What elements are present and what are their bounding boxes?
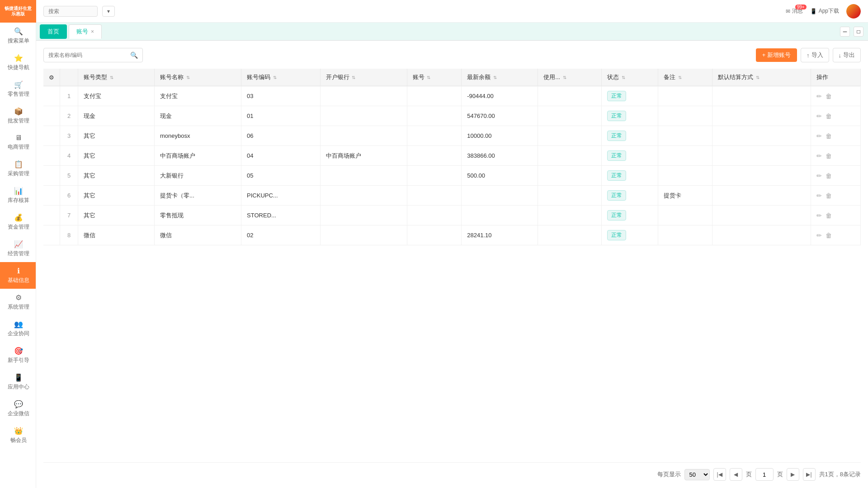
sidebar-item-13[interactable]: 📱应用中心: [0, 369, 36, 395]
tab-account[interactable]: 账号 ×: [69, 24, 102, 39]
sidebar-icon-3: 📦: [14, 107, 23, 116]
row-gear-0: [43, 86, 60, 106]
delete-icon-4[interactable]: 🗑: [826, 172, 832, 179]
table-row: 1 支付宝 支付宝 03 -90444.00 正常 ✏ 🗑: [43, 86, 861, 106]
page-input[interactable]: [755, 468, 774, 481]
import-button[interactable]: ↑ 导入: [801, 48, 829, 62]
edit-icon-5[interactable]: ✏: [816, 192, 822, 199]
row-note-6: [658, 206, 712, 225]
header-search-input[interactable]: [43, 6, 98, 17]
sidebar-item-14[interactable]: 💬企业微信: [0, 395, 36, 422]
col-usage: 使用... ⇅: [538, 69, 602, 86]
sidebar-icon-5: 📋: [14, 160, 23, 169]
sidebar-item-0[interactable]: 🔍搜索菜单: [0, 23, 36, 49]
row-note-5: 提货卡: [658, 186, 712, 206]
app-logo[interactable]: 畅捷通好生意 乐惠版: [0, 0, 36, 23]
accounts-table: ⚙ 账号类型 ⇅ 账号名称 ⇅ 账号编码 ⇅ 开户银行 ⇅ 账号 ⇅ 最新余额 …: [43, 69, 861, 245]
delete-icon-3[interactable]: 🗑: [826, 152, 832, 160]
sidebar-item-2[interactable]: 🛒零售管理: [0, 76, 36, 103]
row-note-3: [658, 146, 712, 166]
row-note-0: [658, 86, 712, 106]
sidebar-item-9[interactable]: ℹ基础信息: [0, 262, 36, 289]
sidebar-item-6[interactable]: 📊库存核算: [0, 182, 36, 209]
sidebar-item-7[interactable]: 💰资金管理: [0, 209, 36, 235]
row-usage-2: [538, 126, 602, 146]
row-balance-1: 547670.00: [462, 106, 538, 126]
row-code-6: STORED...: [241, 206, 321, 225]
sidebar-item-4[interactable]: 🖥电商管理: [0, 129, 36, 155]
edit-icon-6[interactable]: ✏: [816, 212, 822, 219]
app-download-button[interactable]: 📱 App下载: [810, 7, 839, 15]
tab-close-icon[interactable]: ×: [91, 28, 94, 35]
row-settlement-3: [712, 146, 811, 166]
delete-icon-7[interactable]: 🗑: [826, 232, 832, 239]
edit-icon-0[interactable]: ✏: [816, 93, 822, 100]
row-settlement-0: [712, 86, 811, 106]
row-action-4: ✏ 🗑: [811, 166, 860, 186]
row-bank-1: [320, 106, 407, 126]
user-avatar[interactable]: [846, 4, 861, 19]
row-usage-4: [538, 166, 602, 186]
col-status: 状态 ⇅: [601, 69, 658, 86]
sidebar-icon-10: ⚙: [15, 293, 22, 302]
sidebar-label-5: 采购管理: [8, 170, 29, 178]
delete-icon-0[interactable]: 🗑: [826, 93, 832, 100]
export-label: 导出: [843, 51, 855, 59]
row-account-2: [407, 126, 462, 146]
row-index-7: 8: [60, 225, 78, 245]
search-input[interactable]: [48, 52, 130, 58]
export-button[interactable]: ↓ 导出: [833, 48, 861, 62]
per-page-label: 每页显示: [657, 470, 681, 479]
row-type-2: 其它: [78, 126, 155, 146]
edit-icon-2[interactable]: ✏: [816, 132, 822, 140]
row-usage-1: [538, 106, 602, 126]
row-bank-2: [320, 126, 407, 146]
edit-icon-3[interactable]: ✏: [816, 152, 822, 160]
tab-minimize-button[interactable]: ─: [840, 27, 850, 37]
row-gear-5: [43, 186, 60, 206]
sidebar-label-15: 畅会员: [10, 436, 27, 444]
row-settlement-7: [712, 225, 811, 245]
edit-icon-1[interactable]: ✏: [816, 113, 822, 120]
add-account-button[interactable]: + 新增账号: [756, 48, 797, 62]
page-last-button[interactable]: ▶|: [803, 468, 816, 481]
delete-icon-6[interactable]: 🗑: [826, 212, 832, 219]
dropdown-button[interactable]: ▾: [102, 6, 115, 17]
row-code-4: 05: [241, 166, 321, 186]
row-name-4: 大新银行: [155, 166, 241, 186]
sidebar-item-1[interactable]: ⭐快捷导航: [0, 49, 36, 76]
delete-icon-2[interactable]: 🗑: [826, 132, 832, 140]
page-size-select[interactable]: 50 100 200: [684, 469, 710, 480]
import-label: 导入: [811, 51, 823, 59]
sidebar-label-9: 基础信息: [8, 277, 29, 284]
row-account-5: [407, 186, 462, 206]
sidebar-item-10[interactable]: ⚙系统管理: [0, 289, 36, 315]
content-area: 🔍 + 新增账号 ↑ 导入 ↓ 导出: [36, 41, 868, 488]
page-next-button[interactable]: ▶: [787, 468, 799, 481]
pagination: 每页显示 50 100 200 |◀ ◀ 页 页 ▶ ▶| 共1页，8条记录: [43, 462, 861, 481]
search-box: 🔍: [43, 48, 143, 62]
sidebar-icon-0: 🔍: [14, 27, 23, 36]
page-first-button[interactable]: |◀: [713, 468, 726, 481]
sidebar-item-3[interactable]: 📦批发管理: [0, 103, 36, 129]
edit-icon-7[interactable]: ✏: [816, 232, 822, 239]
sidebar-item-15[interactable]: 👑畅会员: [0, 422, 36, 449]
tab-maximize-button[interactable]: □: [854, 27, 863, 37]
row-action-2: ✏ 🗑: [811, 126, 860, 146]
row-status-4: 正常: [601, 166, 658, 186]
tab-home[interactable]: 首页: [40, 24, 67, 39]
sidebar-item-12[interactable]: 🎯新手引导: [0, 342, 36, 369]
sidebar-item-11[interactable]: 👥企业协同: [0, 315, 36, 342]
page-prev-button[interactable]: ◀: [730, 468, 742, 481]
delete-icon-1[interactable]: 🗑: [826, 113, 832, 120]
col-index: [60, 69, 78, 86]
logo-name: 畅捷通好生意: [5, 6, 32, 11]
delete-icon-5[interactable]: 🗑: [826, 192, 832, 199]
table-row: 8 微信 微信 02 28241.10 正常 ✏ 🗑: [43, 225, 861, 245]
message-button[interactable]: ✉ 消息 99+: [786, 7, 803, 15]
sidebar-item-8[interactable]: 📈经营管理: [0, 235, 36, 262]
row-bank-0: [320, 86, 407, 106]
sidebar-label-0: 搜索菜单: [8, 37, 29, 45]
sidebar-item-5[interactable]: 📋采购管理: [0, 155, 36, 182]
edit-icon-4[interactable]: ✏: [816, 172, 822, 179]
